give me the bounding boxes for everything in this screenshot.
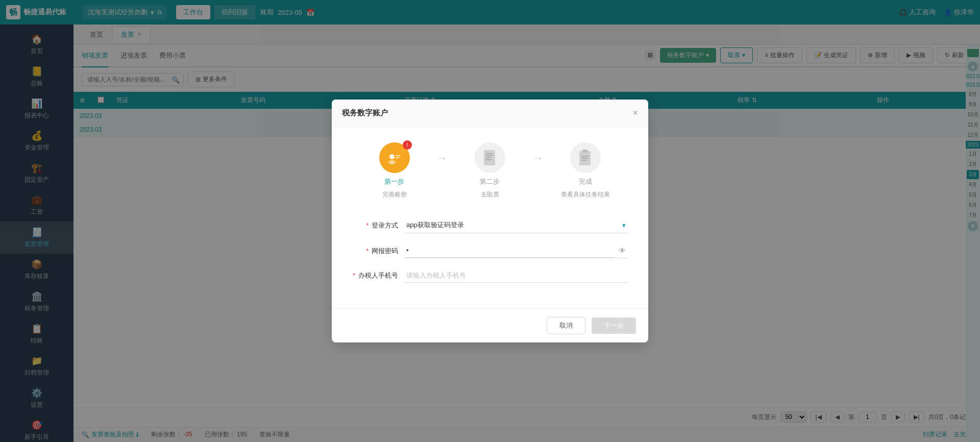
svg-rect-8 bbox=[486, 157, 491, 158]
step-arrow-1: → bbox=[436, 152, 448, 165]
step-arrow-2: → bbox=[532, 152, 544, 165]
svg-rect-13 bbox=[581, 158, 589, 159]
step-1-label: 第一步 bbox=[384, 177, 404, 186]
password-label: * 网报密码 bbox=[352, 247, 398, 256]
step-2-icon bbox=[475, 142, 505, 173]
user-card-svg bbox=[385, 149, 404, 167]
login-method-label: * 登录方式 bbox=[352, 221, 398, 230]
step-3-icon bbox=[570, 142, 601, 173]
dialog-overlay: 税务数字账户 × bbox=[0, 0, 980, 442]
tax-account-dialog: 税务数字账户 × bbox=[332, 100, 648, 342]
step-1-icon-wrap: ! bbox=[379, 142, 410, 173]
required-mark: * bbox=[366, 222, 369, 229]
password-input[interactable] bbox=[404, 243, 615, 258]
dialog-header: 税务数字账户 × bbox=[332, 100, 648, 127]
dialog-close-button[interactable]: × bbox=[632, 108, 638, 118]
phone-input[interactable] bbox=[404, 268, 628, 283]
clipboard-svg bbox=[576, 149, 595, 167]
step-3-icon-wrap bbox=[570, 142, 601, 173]
login-method-row: * 登录方式 app获取验证码登录 ▾ bbox=[352, 217, 628, 233]
svg-point-4 bbox=[388, 160, 396, 164]
svg-rect-12 bbox=[581, 156, 589, 157]
password-row: * 网报密码 👁 bbox=[352, 243, 628, 258]
svg-rect-9 bbox=[486, 159, 492, 160]
step-1-desc: 完善账密 bbox=[382, 190, 407, 199]
steps-row: ! 第一步 完善账密 → bbox=[352, 142, 628, 199]
step-1-badge: ! bbox=[403, 140, 412, 150]
login-method-value: app获取验证码登录 bbox=[406, 220, 464, 230]
required-mark: * bbox=[353, 272, 355, 279]
step-2: 第二步 去取票 bbox=[448, 142, 532, 199]
step-2-label: 第二步 bbox=[480, 177, 500, 186]
dropdown-icon: ▾ bbox=[622, 222, 626, 229]
svg-point-1 bbox=[389, 154, 395, 159]
svg-rect-3 bbox=[396, 157, 399, 158]
login-method-select[interactable]: app获取验证码登录 ▾ bbox=[404, 217, 628, 233]
document-svg bbox=[481, 149, 499, 167]
step-3-desc: 查看具体任务结果 bbox=[561, 190, 610, 199]
step-1: ! 第一步 完善账密 bbox=[352, 142, 436, 199]
cancel-button[interactable]: 取消 bbox=[547, 317, 585, 334]
svg-rect-2 bbox=[396, 155, 401, 156]
phone-row: * 办税人手机号 bbox=[352, 268, 628, 283]
step-2-desc: 去取票 bbox=[481, 190, 499, 199]
dialog-title: 税务数字账户 bbox=[342, 108, 388, 118]
step-3-label: 完成 bbox=[579, 177, 592, 186]
dialog-body: ! 第一步 完善账密 → bbox=[332, 127, 648, 308]
phone-label: * 办税人手机号 bbox=[352, 271, 398, 280]
next-button[interactable]: 下一步 bbox=[592, 317, 636, 334]
password-input-row: 👁 bbox=[404, 243, 628, 258]
svg-rect-14 bbox=[581, 160, 586, 161]
eye-icon[interactable]: 👁 bbox=[617, 247, 628, 255]
step-2-icon-wrap bbox=[475, 142, 505, 173]
svg-rect-6 bbox=[486, 153, 493, 154]
svg-rect-11 bbox=[582, 150, 587, 153]
step-3: 完成 查看具体任务结果 bbox=[544, 142, 628, 199]
svg-rect-7 bbox=[486, 155, 493, 156]
required-mark: * bbox=[366, 247, 369, 255]
dialog-footer: 取消 下一步 bbox=[332, 308, 648, 342]
